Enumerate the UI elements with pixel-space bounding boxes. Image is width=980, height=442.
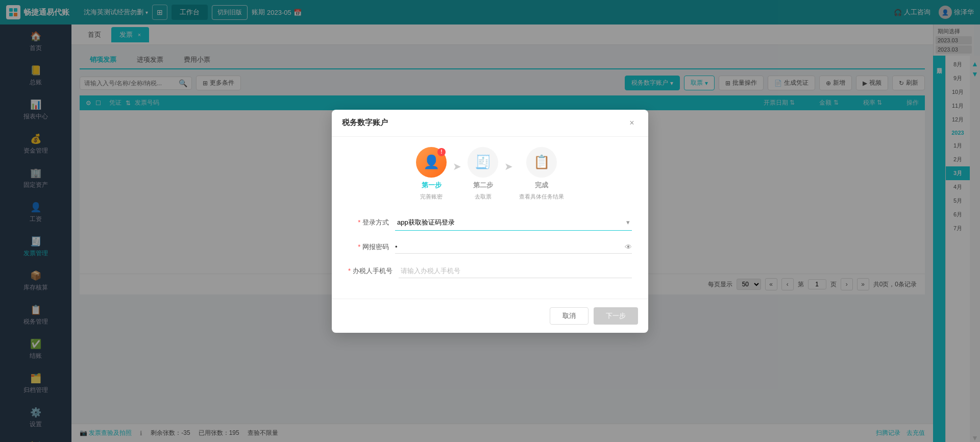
login-method-row: * 登录方式 app获取验证码登录 ▾ (348, 215, 632, 231)
steps-indicator: 👤 ! 第一步 完善账密 ➤ 🧾 第二步 去取票 ➤ (348, 147, 632, 201)
login-method-chevron-icon: ▾ (626, 218, 630, 226)
login-method-select[interactable]: app获取验证码登录 ▾ (395, 215, 632, 231)
login-method-value: app获取验证码登录 (397, 218, 455, 227)
step-1-icon: 👤 (423, 154, 439, 170)
step-arrow-1: ➤ (453, 160, 461, 173)
login-method-label: * 登录方式 (348, 218, 389, 227)
modal-overlay: 税务数字账户 × 👤 ! 第一步 完善账密 ➤ (0, 0, 980, 442)
phone-label: * 办税人手机号 (348, 266, 393, 276)
password-input[interactable] (395, 243, 625, 251)
password-required-star: * (358, 243, 360, 251)
eye-toggle-icon[interactable]: 👁 (625, 243, 632, 251)
step-2-desc: 去取票 (475, 193, 492, 201)
cancel-button[interactable]: 取消 (550, 307, 589, 325)
step-3: 📋 完成 查看具体任务结果 (519, 147, 564, 201)
step-arrow-2: ➤ (504, 160, 513, 173)
modal-body: 👤 ! 第一步 完善账密 ➤ 🧾 第二步 去取票 ➤ (332, 137, 648, 299)
required-star: * (358, 218, 360, 226)
step-3-label: 完成 (535, 181, 548, 190)
step-2: 🧾 第二步 去取票 (468, 147, 498, 201)
step-1-label: 第一步 (422, 181, 442, 190)
next-step-button[interactable]: 下一步 (594, 307, 638, 325)
step-2-label: 第二步 (473, 181, 493, 190)
step-2-circle: 🧾 (468, 147, 498, 178)
step-3-circle: 📋 (526, 147, 557, 178)
step-2-icon: 🧾 (475, 154, 491, 170)
phone-input[interactable] (399, 264, 632, 278)
password-row: * 网报密码 👁 (348, 241, 632, 254)
step-3-desc: 查看具体任务结果 (519, 193, 564, 201)
modal-header: 税务数字账户 × (332, 110, 648, 137)
phone-row: * 办税人手机号 (348, 264, 632, 278)
tax-account-modal: 税务数字账户 × 👤 ! 第一步 完善账密 ➤ (332, 110, 648, 333)
step-1-error-dot: ! (437, 148, 446, 156)
step-1-circle: 👤 ! (416, 147, 447, 178)
password-label: * 网报密码 (348, 242, 389, 252)
modal-close-button[interactable]: × (626, 117, 638, 129)
password-input-wrap: 👁 (395, 241, 632, 254)
step-1-desc: 完善账密 (420, 193, 443, 201)
step-3-icon: 📋 (533, 154, 550, 170)
modal-title: 税务数字账户 (342, 118, 388, 128)
modal-footer: 取消 下一步 (332, 299, 648, 333)
step-1: 👤 ! 第一步 完善账密 (416, 147, 447, 201)
phone-required-star: * (348, 267, 351, 275)
